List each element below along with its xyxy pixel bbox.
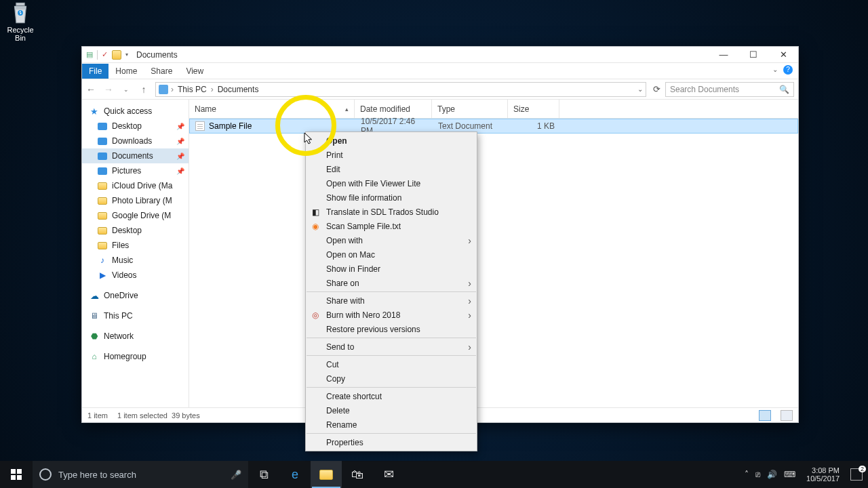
refresh-button[interactable]: ⟳ — [649, 84, 664, 94]
tray-volume-icon[interactable]: 🔊 — [767, 470, 777, 479]
sidebar-item-documents[interactable]: Documents📌 — [82, 148, 189, 163]
videos-icon: ▶ — [97, 270, 108, 280]
mic-icon[interactable]: 🎤 — [231, 470, 241, 480]
back-button[interactable]: ← — [82, 80, 100, 99]
menu-show-info[interactable]: Show file information — [306, 190, 477, 205]
sidebar-item-files[interactable]: Files — [82, 238, 189, 253]
sidebar-onedrive[interactable]: ☁OneDrive — [82, 288, 189, 303]
qat-dropdown-icon[interactable]: ▾ — [125, 52, 128, 58]
column-type[interactable]: Type — [432, 100, 508, 118]
recent-dropdown-icon[interactable]: ⌄ — [117, 80, 135, 99]
sidebar-quick-access[interactable]: ★Quick access — [82, 104, 189, 119]
tab-home[interactable]: Home — [108, 64, 144, 79]
menu-delete[interactable]: Delete — [306, 403, 477, 418]
minimize-button[interactable]: — — [709, 47, 738, 63]
chevron-right-icon[interactable]: › — [171, 85, 174, 94]
file-list[interactable]: Name▴ Date modified Type Size Sample Fil… — [189, 100, 798, 407]
sidebar-network[interactable]: ⬣Network — [82, 329, 189, 344]
svg-rect-0 — [16, 3, 24, 5]
tray-overflow-icon[interactable]: ˄ — [745, 470, 749, 479]
search-icon[interactable]: 🔍 — [779, 85, 789, 94]
crumb-documents[interactable]: Documents — [216, 85, 260, 94]
tab-view[interactable]: View — [179, 64, 210, 79]
tray-keyboard-icon[interactable]: ⌨ — [784, 470, 795, 479]
menu-open-viewer[interactable]: Open with File Viewer Lite — [306, 176, 477, 190]
menu-properties[interactable]: Properties — [306, 435, 477, 449]
menu-shortcut[interactable]: Create shortcut — [306, 389, 477, 403]
menu-share-on[interactable]: Share on — [306, 276, 477, 290]
up-button[interactable]: ↑ — [135, 80, 153, 99]
details-view-button[interactable] — [759, 410, 771, 421]
taskbar-clock[interactable]: 3:08 PM 10/5/2017 — [802, 466, 844, 483]
windows-logo-icon — [11, 469, 22, 480]
sidebar-item-downloads[interactable]: Downloads📌 — [82, 134, 189, 148]
breadcrumb[interactable]: › This PC › Documents ⌄ — [155, 82, 646, 97]
taskbar-search[interactable]: Type here to search 🎤 — [33, 461, 248, 488]
file-row[interactable]: Sample File 10/5/2017 2:46 PM Text Docum… — [189, 119, 798, 134]
folder-icon — [97, 226, 108, 235]
crumb-thispc[interactable]: This PC — [176, 85, 208, 94]
sidebar-item-desktop2[interactable]: Desktop — [82, 223, 189, 238]
status-selected: 1 item selected — [117, 411, 167, 420]
sidebar-item-icloud[interactable]: iCloud Drive (Ma — [82, 178, 189, 193]
recycle-bin[interactable]: Recycle Bin — [1, 1, 39, 42]
title-bar[interactable]: ▤ ✓ ▾ Documents — ☐ ✕ — [82, 47, 798, 63]
sidebar-item-desktop[interactable]: Desktop📌 — [82, 119, 189, 134]
file-type: Text Document — [433, 121, 509, 131]
sidebar-item-photolib[interactable]: Photo Library (M — [82, 193, 189, 208]
menu-copy[interactable]: Copy — [306, 371, 477, 386]
taskbar-mail[interactable]: ✉ — [373, 461, 404, 488]
tab-share[interactable]: Share — [144, 64, 179, 79]
sort-asc-icon: ▴ — [345, 106, 349, 113]
taskbar-edge[interactable]: e — [279, 461, 311, 488]
address-bar: ← → ⌄ ↑ › This PC › Documents ⌄ ⟳ Search… — [82, 79, 798, 100]
quick-access-toolbar: ▤ ✓ ▾ — [82, 50, 132, 60]
forward-button[interactable]: → — [100, 80, 117, 99]
help-icon[interactable]: ? — [783, 65, 793, 75]
tab-file[interactable]: File — [82, 64, 108, 79]
column-name[interactable]: Name▴ — [189, 100, 355, 118]
sidebar-item-gdrive[interactable]: Google Drive (M — [82, 208, 189, 223]
music-icon: ♪ — [97, 256, 108, 265]
menu-rename[interactable]: Rename — [306, 418, 477, 432]
column-size[interactable]: Size — [508, 100, 559, 118]
close-button[interactable]: ✕ — [768, 47, 798, 63]
menu-scan[interactable]: ◉Scan Sample File.txt — [306, 219, 477, 233]
task-view-button[interactable]: ⧉ — [248, 461, 279, 488]
menu-open-with[interactable]: Open with — [306, 233, 477, 247]
sidebar-thispc[interactable]: 🖥This PC — [82, 308, 189, 323]
menu-trados[interactable]: ◧Translate in SDL Trados Studio — [306, 205, 477, 219]
search-input[interactable]: Search Documents 🔍 — [665, 82, 794, 97]
menu-separator — [307, 387, 476, 388]
column-date[interactable]: Date modified — [355, 100, 432, 118]
check-icon[interactable]: ✓ — [102, 50, 108, 59]
action-center-button[interactable]: 2 — [850, 468, 863, 481]
start-button[interactable] — [0, 461, 33, 488]
icons-view-button[interactable] — [781, 410, 793, 421]
menu-show-finder[interactable]: Show in Finder — [306, 262, 477, 276]
menu-restore[interactable]: Restore previous versions — [306, 322, 477, 336]
maximize-button[interactable]: ☐ — [738, 47, 768, 63]
taskbar-explorer[interactable] — [311, 461, 342, 488]
ribbon-collapse-icon[interactable]: ⌄ — [772, 66, 778, 73]
sidebar-item-pictures[interactable]: Pictures📌 — [82, 163, 189, 178]
sidebar-homegroup[interactable]: ⌂Homegroup — [82, 349, 189, 364]
status-count: 1 item — [87, 411, 108, 420]
taskbar-store[interactable]: 🛍 — [342, 461, 373, 488]
menu-edit[interactable]: Edit — [306, 162, 477, 176]
chevron-right-icon[interactable]: › — [211, 85, 214, 94]
menu-nero[interactable]: ◎Burn with Nero 2018 — [306, 308, 477, 322]
menu-open[interactable]: Open — [306, 134, 477, 148]
menu-print[interactable]: Print — [306, 148, 477, 162]
menu-cut[interactable]: Cut — [306, 357, 477, 371]
properties-icon[interactable]: ▤ — [86, 50, 93, 59]
sidebar-item-videos[interactable]: ▶Videos — [82, 268, 189, 283]
sidebar-item-music[interactable]: ♪Music — [82, 253, 189, 268]
menu-share-with[interactable]: Share with — [306, 293, 477, 308]
tray-network-icon[interactable]: ⎚ — [755, 470, 760, 479]
menu-open-mac[interactable]: Open on Mac — [306, 247, 477, 262]
clock-date: 10/5/2017 — [806, 474, 840, 483]
star-icon: ★ — [89, 106, 100, 116]
menu-send-to[interactable]: Send to — [306, 340, 477, 354]
address-dropdown-icon[interactable]: ⌄ — [637, 85, 643, 93]
